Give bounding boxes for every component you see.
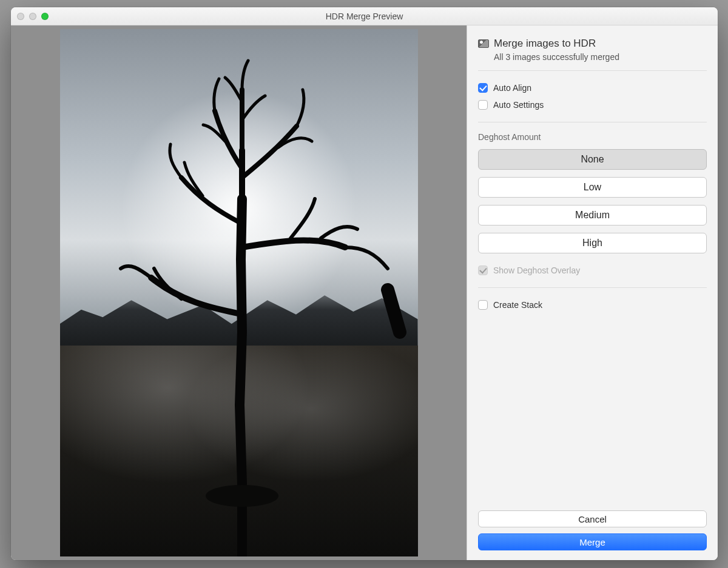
window-zoom-button[interactable] <box>41 13 49 20</box>
show-deghost-overlay-label: Show Deghost Overlay <box>493 266 580 275</box>
photo-stack-icon <box>478 39 489 48</box>
auto-settings-label: Auto Settings <box>493 100 544 110</box>
window-minimize-button[interactable] <box>29 13 36 20</box>
auto-align-row[interactable]: Auto Align <box>478 79 707 96</box>
merge-title: Merge images to HDR <box>494 38 619 50</box>
divider <box>478 70 707 71</box>
footer: Cancel Merge <box>478 510 707 550</box>
divider <box>478 287 707 288</box>
window-close-button[interactable] <box>17 13 24 20</box>
merge-status: All 3 images successfully merged <box>494 52 619 62</box>
deghost-options: None Low Medium High <box>478 149 707 253</box>
hdr-merge-preview-window: HDR Merge Preview <box>11 7 718 560</box>
merge-header: Merge images to HDR All 3 images success… <box>478 38 707 62</box>
preview-pane <box>11 25 467 560</box>
cancel-button[interactable]: Cancel <box>478 510 707 527</box>
deghost-medium-button[interactable]: Medium <box>478 205 707 226</box>
auto-align-label: Auto Align <box>493 83 531 93</box>
deghost-high-button[interactable]: High <box>478 233 707 253</box>
merge-button[interactable]: Merge <box>478 533 707 550</box>
auto-settings-row[interactable]: Auto Settings <box>478 96 707 113</box>
window-titlebar: HDR Merge Preview <box>11 7 718 25</box>
auto-align-checkbox[interactable] <box>478 83 488 93</box>
auto-settings-checkbox[interactable] <box>478 100 488 110</box>
svg-point-0 <box>206 485 278 507</box>
tree-silhouette-icon <box>60 29 418 556</box>
divider <box>478 122 707 122</box>
create-stack-label: Create Stack <box>493 300 542 310</box>
traffic-lights <box>17 13 49 20</box>
show-deghost-overlay-checkbox <box>478 266 488 275</box>
window-title: HDR Merge Preview <box>11 12 718 21</box>
show-deghost-overlay-row: Show Deghost Overlay <box>478 262 707 279</box>
deghost-low-button[interactable]: Low <box>478 177 707 198</box>
preview-image <box>60 29 418 556</box>
deghost-none-button[interactable]: None <box>478 149 707 170</box>
side-panel: Merge images to HDR All 3 images success… <box>467 25 718 560</box>
create-stack-row[interactable]: Create Stack <box>478 296 707 313</box>
deghost-heading: Deghost Amount <box>478 132 707 142</box>
create-stack-checkbox[interactable] <box>478 300 488 310</box>
